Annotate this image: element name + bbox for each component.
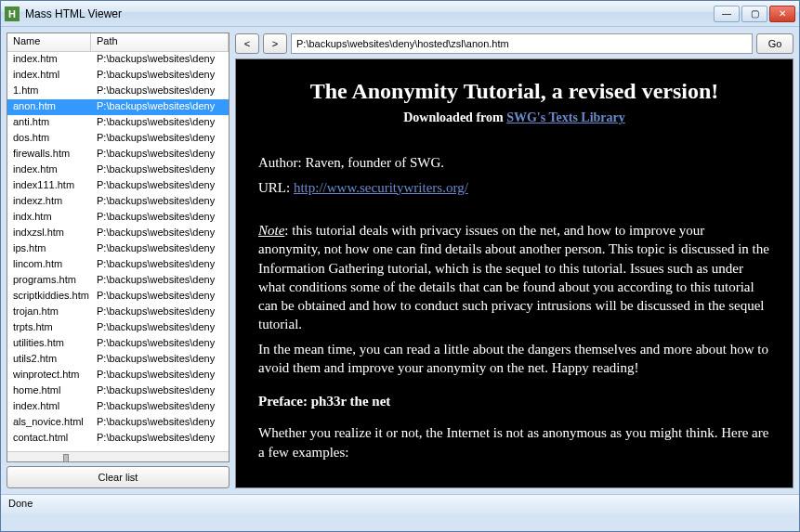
file-path-cell: P:\backups\websites\deny	[91, 226, 229, 241]
url-label: URL:	[258, 180, 294, 195]
file-row[interactable]: als_novice.htmlP:\backups\websites\deny	[7, 415, 229, 431]
file-row[interactable]: 1.htmP:\backups\websites\deny	[7, 84, 229, 99]
file-path-cell: P:\backups\websites\deny	[91, 131, 229, 147]
window-controls: — ▢ ✕	[714, 6, 795, 22]
column-header-path[interactable]: Path	[91, 33, 229, 51]
file-path-cell: P:\backups\websites\deny	[91, 320, 229, 336]
file-name-cell: index.html	[7, 68, 91, 84]
file-rows[interactable]: index.htmP:\backups\websites\denyindex.h…	[7, 52, 229, 451]
column-header-name[interactable]: Name	[7, 33, 91, 51]
subtitle-link[interactable]: SWG's Texts Library	[506, 110, 625, 124]
file-name-cell: indexz.htm	[7, 194, 91, 210]
file-path-cell: P:\backups\websites\deny	[91, 431, 229, 447]
file-name-cell: trojan.htm	[7, 305, 91, 320]
note-body: : this tutorial deals with privacy issue…	[258, 223, 769, 331]
file-path-cell: P:\backups\websites\deny	[91, 289, 229, 305]
close-button[interactable]: ✕	[769, 6, 795, 22]
file-row[interactable]: home.htmlP:\backups\websites\deny	[7, 383, 229, 399]
file-row[interactable]: winprotect.htmP:\backups\websites\deny	[7, 368, 229, 383]
file-name-cell: index111.htm	[7, 178, 91, 194]
scroll-thumb[interactable]	[63, 454, 69, 462]
file-row[interactable]: trpts.htmP:\backups\websites\deny	[7, 320, 229, 336]
file-path-cell: P:\backups\websites\deny	[91, 241, 229, 257]
file-path-cell: P:\backups\websites\deny	[91, 383, 229, 399]
file-row[interactable]: utilities.htmP:\backups\websites\deny	[7, 336, 229, 352]
file-name-cell: indxzsl.htm	[7, 226, 91, 241]
file-name-cell: indx.htm	[7, 210, 91, 226]
file-path-cell: P:\backups\websites\deny	[91, 194, 229, 210]
status-bar: Done	[1, 494, 799, 514]
file-path-cell: P:\backups\websites\deny	[91, 84, 229, 99]
file-list: Name Path index.htmP:\backups\websites\d…	[7, 32, 230, 462]
back-button[interactable]: <	[235, 33, 259, 54]
file-name-cell: programs.htm	[7, 273, 91, 289]
file-row[interactable]: indx.htmP:\backups\websites\deny	[7, 210, 229, 226]
note-label: Note	[258, 223, 284, 238]
file-row[interactable]: contact.htmlP:\backups\websites\deny	[7, 431, 229, 447]
file-path-cell: P:\backups\websites\deny	[91, 99, 229, 115]
address-input[interactable]	[291, 33, 753, 54]
file-path-cell: P:\backups\websites\deny	[91, 336, 229, 352]
app-icon: H	[5, 6, 20, 21]
file-row[interactable]: index111.htmP:\backups\websites\deny	[7, 178, 229, 194]
file-row[interactable]: scriptkiddies.htmP:\backups\websites\den…	[7, 289, 229, 305]
file-name-cell: utilities.htm	[7, 336, 91, 352]
author-line: Author: Raven, founder of SWG.	[258, 153, 770, 172]
file-name-cell: index.html	[7, 399, 91, 415]
note-paragraph: Note: this tutorial deals with privacy i…	[258, 221, 770, 334]
file-row[interactable]: trojan.htmP:\backups\websites\deny	[7, 305, 229, 320]
file-path-cell: P:\backups\websites\deny	[91, 178, 229, 194]
forward-button[interactable]: >	[263, 33, 287, 54]
file-name-cell: index.htm	[7, 52, 91, 68]
file-path-cell: P:\backups\websites\deny	[91, 210, 229, 226]
file-path-cell: P:\backups\websites\deny	[91, 368, 229, 383]
file-row[interactable]: indxzsl.htmP:\backups\websites\deny	[7, 226, 229, 241]
file-list-header: Name Path	[7, 33, 229, 52]
file-path-cell: P:\backups\websites\deny	[91, 162, 229, 178]
file-row[interactable]: programs.htmP:\backups\websites\deny	[7, 273, 229, 289]
file-name-cell: trpts.htm	[7, 320, 91, 336]
file-name-cell: scriptkiddies.htm	[7, 289, 91, 305]
file-row[interactable]: index.htmlP:\backups\websites\deny	[7, 68, 229, 84]
file-name-cell: anti.htm	[7, 115, 91, 131]
preface-heading: Preface: ph33r the net	[258, 392, 770, 410]
subtitle-prefix: Downloaded from	[403, 110, 506, 124]
file-row[interactable]: utils2.htmP:\backups\websites\deny	[7, 352, 229, 368]
file-row[interactable]: lincom.htmP:\backups\websites\deny	[7, 257, 229, 273]
minimize-button[interactable]: —	[714, 6, 740, 22]
file-path-cell: P:\backups\websites\deny	[91, 115, 229, 131]
file-row[interactable]: dos.htmP:\backups\websites\deny	[7, 131, 229, 147]
right-panel: < > Go The Anonymity Tutorial, a revised…	[235, 32, 793, 488]
meantime-paragraph: In the mean time, you can read a little …	[258, 340, 770, 378]
go-button[interactable]: Go	[756, 33, 793, 54]
window-title: Mass HTML Viewer	[25, 7, 714, 20]
file-path-cell: P:\backups\websites\deny	[91, 147, 229, 162]
file-row[interactable]: index.htmP:\backups\websites\deny	[7, 162, 229, 178]
file-row[interactable]: firewalls.htmP:\backups\websites\deny	[7, 147, 229, 162]
file-row[interactable]: index.htmP:\backups\websites\deny	[7, 52, 229, 68]
file-path-cell: P:\backups\websites\deny	[91, 52, 229, 68]
url-link[interactable]: http://www.securitywriters.org/	[294, 180, 468, 195]
file-name-cell: lincom.htm	[7, 257, 91, 273]
clear-list-button[interactable]: Clear list	[7, 466, 230, 488]
horizontal-scrollbar[interactable]	[7, 451, 229, 462]
content-subtitle: Downloaded from SWG's Texts Library	[258, 110, 770, 127]
file-row[interactable]: anti.htmP:\backups\websites\deny	[7, 115, 229, 131]
file-name-cell: home.html	[7, 383, 91, 399]
file-name-cell: ips.htm	[7, 241, 91, 257]
file-name-cell: dos.htm	[7, 131, 91, 147]
file-path-cell: P:\backups\websites\deny	[91, 399, 229, 415]
file-row[interactable]: indexz.htmP:\backups\websites\deny	[7, 194, 229, 210]
file-row[interactable]: ips.htmP:\backups\websites\deny	[7, 241, 229, 257]
file-row[interactable]: anon.htmP:\backups\websites\deny	[7, 99, 229, 115]
titlebar: H Mass HTML Viewer — ▢ ✕	[1, 1, 799, 27]
content-view[interactable]: The Anonymity Tutorial, a revised versio…	[235, 58, 793, 488]
content-title: The Anonymity Tutorial, a revised versio…	[258, 76, 770, 106]
file-name-cell: utils2.htm	[7, 352, 91, 368]
main-area: Name Path index.htmP:\backups\websites\d…	[1, 27, 799, 494]
file-path-cell: P:\backups\websites\deny	[91, 68, 229, 84]
left-panel: Name Path index.htmP:\backups\websites\d…	[7, 32, 230, 488]
nav-bar: < > Go	[235, 32, 793, 55]
file-row[interactable]: index.htmlP:\backups\websites\deny	[7, 399, 229, 415]
maximize-button[interactable]: ▢	[741, 6, 767, 22]
